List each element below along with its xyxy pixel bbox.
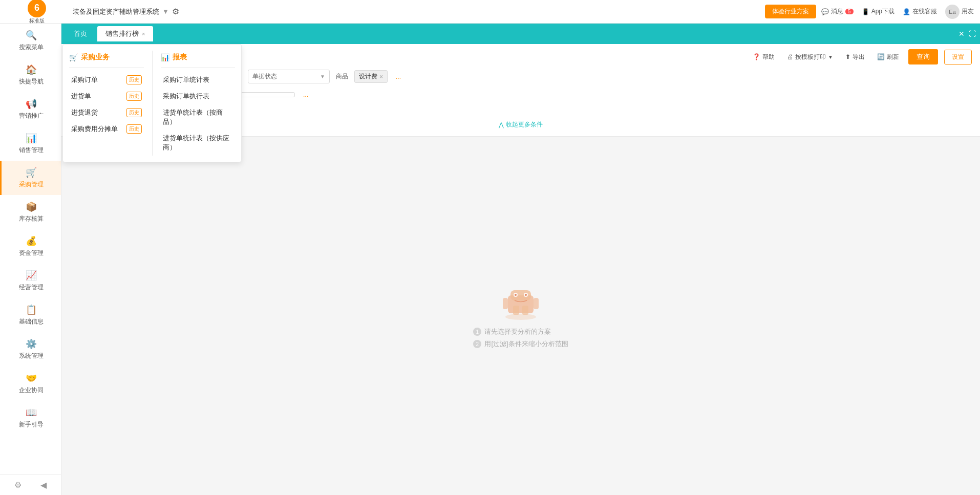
sidebar-item-sales[interactable]: 📊 销售管理 xyxy=(0,126,61,161)
sidebar-item-system[interactable]: ⚙️ 系统管理 xyxy=(0,332,61,367)
query-btn[interactable]: 查询 xyxy=(908,49,938,64)
sidebar-item-search[interactable]: 🔍 搜索菜单 xyxy=(0,24,61,58)
menu-label-purchase-order: 采购订单 xyxy=(71,75,98,84)
tab-sales-rank-label: 销售排行榜 xyxy=(105,29,139,38)
messages-item[interactable]: 💬 消息 5 xyxy=(821,7,854,16)
help-btn[interactable]: ❓ 帮助 xyxy=(750,51,778,63)
sales-icon: 📊 xyxy=(26,133,37,144)
settings-btn[interactable]: 设置 xyxy=(944,50,972,64)
refresh-icon: 🔄 xyxy=(877,53,885,60)
system-dropdown-arrow[interactable]: ▼ xyxy=(162,8,169,15)
svg-rect-8 xyxy=(534,298,539,309)
menu-item-stock-stats-supplier[interactable]: 进货单统计表（按供应商） xyxy=(161,130,236,156)
sidebar-item-enterprise[interactable]: 🤝 企业协同 xyxy=(0,367,61,401)
home-icon: 🏠 xyxy=(26,64,37,75)
sidebar-item-purchase[interactable]: 🛒 采购管理 xyxy=(0,161,61,195)
export-btn[interactable]: ⬆ 导出 xyxy=(842,51,868,63)
status-label: 单据状态 xyxy=(252,72,277,81)
basic-icon: 📋 xyxy=(26,304,37,315)
col-divider xyxy=(152,51,153,156)
top-bar: 6 标准版 装备及固定资产辅助管理系统 ▼ ⚙ 体验行业方案 💬 消息 5 📱 … xyxy=(0,0,980,24)
print-arrow: ▼ xyxy=(828,54,833,60)
dropdown-columns: 🛒 采购业务 采购订单 历史 进货单 历史 进货退货 历史 采购费用分摊单 历史 xyxy=(63,51,241,156)
sidebar: 🔍 搜索菜单 🏠 快捷导航 📢 营销推广 📊 销售管理 🛒 采购管理 📦 库存核… xyxy=(0,24,61,495)
sidebar-label-search: 搜索菜单 xyxy=(19,43,44,52)
goods-tag-remove[interactable]: × xyxy=(379,73,383,80)
industry-btn[interactable]: 体验行业方案 xyxy=(765,5,816,18)
sidebar-item-marketing[interactable]: 📢 营销推广 xyxy=(0,92,61,126)
menu-item-order-exec[interactable]: 采购订单执行表 xyxy=(161,88,236,104)
sidebar-label-operations: 经营管理 xyxy=(19,283,44,292)
svg-point-0 xyxy=(505,314,536,320)
menu-label-order-exec: 采购订单执行表 xyxy=(163,92,209,101)
tab-window-close-icon[interactable]: ✕ xyxy=(958,30,965,38)
user-item[interactable]: Ea 用友 xyxy=(945,5,974,19)
collapse-label: 收起更多条件 xyxy=(506,120,543,129)
menu-label-purchase-expense: 采购费用分摊单 xyxy=(71,124,118,134)
sidebar-item-operations[interactable]: 📈 经营管理 xyxy=(0,264,61,298)
operations-icon: 📈 xyxy=(26,270,37,281)
app-download-item[interactable]: 📱 App下载 xyxy=(862,7,894,16)
hist-badge-1: 历史 xyxy=(126,92,142,101)
help-icon: ❓ xyxy=(753,53,760,60)
sidebar-label-sales: 销售管理 xyxy=(19,146,44,155)
menu-item-stock-in[interactable]: 进货单 历史 xyxy=(69,88,144,104)
status-arrow: ▼ xyxy=(320,74,325,79)
online-service-label: 在线客服 xyxy=(912,7,937,16)
report-title: 报表 xyxy=(173,53,187,62)
collapse-sidebar-icon[interactable]: ◀ xyxy=(40,480,47,490)
status-select[interactable]: 单据状态 ▼ xyxy=(248,70,330,83)
purchase-icon: 🛒 xyxy=(26,167,37,178)
refresh-btn[interactable]: 🔄 刷新 xyxy=(874,51,902,63)
enterprise-icon: 🤝 xyxy=(26,373,37,384)
inventory-icon: 📦 xyxy=(26,201,37,212)
menu-item-order-stats[interactable]: 采购订单统计表 xyxy=(161,72,236,88)
svg-point-5 xyxy=(515,294,517,296)
svg-rect-7 xyxy=(503,298,508,309)
menu-item-stock-return[interactable]: 进货退货 历史 xyxy=(69,104,144,121)
app-download-label: App下载 xyxy=(871,7,894,16)
guide-icon: 📖 xyxy=(26,407,37,418)
report-icon: 📊 xyxy=(161,53,169,61)
main-content: 1 请先选择要分析的方案 2 用[过滤]条件来缩小分析范围 xyxy=(61,137,980,495)
tab-bar: 首页 销售排行榜 × ✕ ⛶ xyxy=(61,24,980,44)
settings-bottom-icon[interactable]: ⚙ xyxy=(14,480,22,490)
phone-icon: 📱 xyxy=(862,8,869,15)
logo-area: 6 标准版 xyxy=(6,0,68,25)
user-avatar: Ea xyxy=(945,5,960,19)
menu-label-order-stats: 采购订单统计表 xyxy=(163,75,209,84)
svg-point-6 xyxy=(525,294,527,296)
service-icon: 👤 xyxy=(903,8,910,15)
hint-text-1: 请先选择要分析的方案 xyxy=(484,327,551,336)
refresh-label: 刷新 xyxy=(887,53,899,61)
sidebar-item-inventory[interactable]: 📦 库存核算 xyxy=(0,195,61,229)
top-settings-icon[interactable]: ⚙ xyxy=(172,7,179,16)
sidebar-item-basic[interactable]: 📋 基础信息 xyxy=(0,298,61,332)
tab-home[interactable]: 首页 xyxy=(66,26,95,41)
salesperson-more-btn[interactable]: ... xyxy=(303,91,308,98)
goods-more-btn[interactable]: ... xyxy=(396,73,401,80)
menu-item-purchase-order[interactable]: 采购订单 历史 xyxy=(69,72,144,88)
system-icon: ⚙️ xyxy=(26,338,37,350)
system-title-text: 装备及固定资产辅助管理系统 xyxy=(73,7,159,16)
goods-tag: 设计费 × xyxy=(354,70,388,83)
tab-fullscreen-icon[interactable]: ⛶ xyxy=(969,30,976,38)
print-btn[interactable]: 🖨 按模板打印 ▼ xyxy=(784,51,836,63)
menu-item-stock-stats-goods[interactable]: 进货单统计表（按商品） xyxy=(161,104,236,130)
sidebar-item-quick[interactable]: 🏠 快捷导航 xyxy=(0,58,61,92)
tab-bar-right: ✕ ⛶ xyxy=(958,30,976,38)
messages-badge: 5 xyxy=(845,9,854,14)
purchase-dropdown-menu: 🛒 采购业务 采购订单 历史 进货单 历史 进货退货 历史 采购费用分摊单 历史 xyxy=(62,44,242,162)
menu-item-purchase-expense[interactable]: 采购费用分摊单 历史 xyxy=(69,121,144,137)
online-service-item[interactable]: 👤 在线客服 xyxy=(903,7,937,16)
tab-home-label: 首页 xyxy=(74,29,87,38)
empty-hints: 1 请先选择要分析的方案 2 用[过滤]条件来缩小分析范围 xyxy=(473,327,568,352)
sidebar-item-finance[interactable]: 💰 资金管理 xyxy=(0,229,61,264)
tab-sales-rank[interactable]: 销售排行榜 × xyxy=(97,26,153,41)
empty-state: 1 请先选择要分析的方案 2 用[过滤]条件来缩小分析范围 xyxy=(473,280,568,352)
sidebar-label-quick: 快捷导航 xyxy=(19,77,44,86)
sidebar-item-guide[interactable]: 📖 新手引导 xyxy=(0,401,61,435)
collapse-btn[interactable]: ⋀ 收起更多条件 xyxy=(499,120,543,129)
tab-close-icon[interactable]: × xyxy=(142,31,145,37)
svg-rect-10 xyxy=(522,306,528,315)
